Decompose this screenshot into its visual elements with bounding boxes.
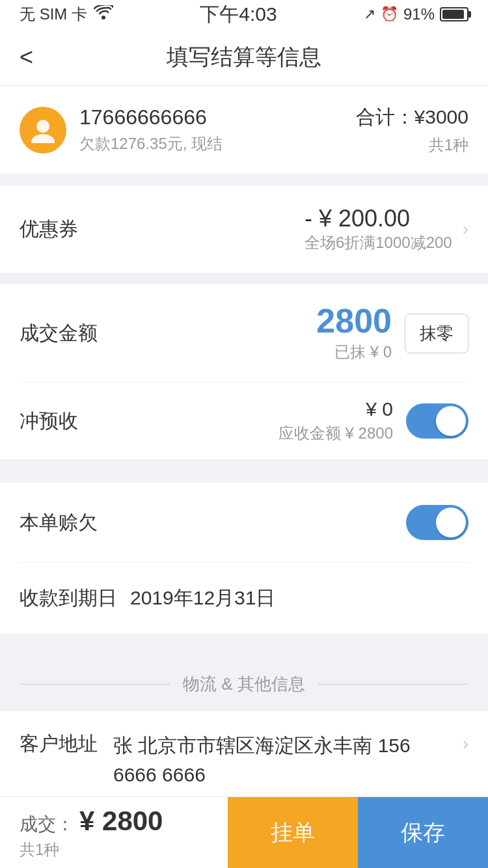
back-button[interactable]: <: [20, 37, 40, 77]
deal-right: 2800 已抹 ¥ 0 抹零: [316, 304, 468, 362]
carrier-label: 无 SIM 卡: [20, 4, 87, 25]
prepayment-toggle[interactable]: [406, 403, 468, 439]
avatar: [20, 107, 66, 154]
prepayment-receivable: 应收金额 ¥ 2800: [278, 423, 393, 444]
divider-line-left: [20, 684, 170, 685]
due-date-value: 2019年12月31日: [130, 585, 275, 612]
address-section: 客户地址 张 北京市市辖区海淀区永丰南 156 6666 6666 ›: [0, 711, 488, 809]
alarm-icon: ⏰: [381, 6, 398, 23]
footer-deal: 成交： ¥ 2800: [20, 806, 208, 837]
svg-point-2: [31, 134, 55, 143]
footer-deal-amount: ¥ 2800: [79, 806, 163, 837]
prepayment-amount: ¥ 0: [278, 398, 393, 420]
svg-point-0: [102, 16, 105, 20]
footer-count: 共1种: [20, 839, 208, 860]
logistics-label: 物流 & 其他信息: [183, 673, 305, 696]
customer-info: 17666666666 欠款1276.35元, 现结: [79, 105, 223, 154]
coupon-section: 优惠券 - ¥ 200.00 全场6折满1000减200 ›: [0, 185, 488, 273]
battery-icon: [440, 7, 468, 21]
address-row[interactable]: 客户地址 张 北京市市辖区海淀区永丰南 156 6666 6666 ›: [20, 711, 468, 809]
total-label: 合计：: [356, 106, 414, 128]
divider-1: [0, 273, 488, 284]
chevron-right-icon: ›: [463, 219, 468, 239]
coupon-row[interactable]: 优惠券 - ¥ 200.00 全场6折满1000减200 ›: [20, 185, 468, 273]
total-value: ¥3000: [414, 106, 468, 128]
divider-line-right: [318, 684, 468, 685]
wifi-icon: [94, 5, 113, 23]
address-label: 客户地址: [20, 731, 98, 757]
customer-debt: 欠款1276.35元, 现结: [79, 133, 223, 154]
total-count: 共1种: [356, 135, 468, 156]
prepayment-row: 冲预收 ¥ 0 应收金额 ¥ 2800: [20, 382, 468, 459]
prepayment-right: ¥ 0 应收金额 ¥ 2800: [278, 398, 468, 444]
deal-amount-value: 2800: [316, 304, 392, 338]
footer: 成交： ¥ 2800 共1种 挂单 保存: [0, 796, 488, 868]
round-zero-button[interactable]: 抹零: [405, 314, 468, 353]
credit-label: 本单赊欠: [20, 509, 98, 536]
battery-label: 91%: [403, 5, 435, 23]
deal-amount-row: 成交金额 2800 已抹 ¥ 0 抹零: [20, 284, 468, 382]
address-chevron-icon: ›: [463, 733, 468, 754]
address-content: 张 北京市市辖区海淀区永丰南 156 6666 6666: [113, 731, 456, 789]
page-title: 填写结算等信息: [167, 42, 321, 72]
coupon-desc: 全场6折满1000减200: [305, 232, 452, 253]
status-left: 无 SIM 卡: [20, 4, 113, 25]
status-bar: 无 SIM 卡 下午4:03 ↗ ⏰ 91%: [0, 0, 488, 29]
location-icon: ↗: [364, 6, 375, 23]
credit-toggle[interactable]: [406, 505, 468, 540]
credit-section: 本单赊欠 收款到期日 2019年12月31日: [0, 483, 488, 634]
credit-toggle-knob: [436, 508, 466, 537]
due-date-row: 收款到期日 2019年12月31日: [20, 562, 468, 634]
prepayment-amount-block: ¥ 0 应收金额 ¥ 2800: [278, 398, 393, 444]
coupon-label: 优惠券: [20, 216, 78, 243]
header: < 填写结算等信息: [0, 29, 488, 86]
customer-left: 17666666666 欠款1276.35元, 现结: [20, 105, 223, 154]
deal-rounded-label: 已抹 ¥ 0: [316, 342, 392, 362]
customer-phone: 17666666666: [79, 105, 223, 129]
total-amount: 合计：¥3000: [356, 104, 468, 131]
prepayment-label: 冲预收: [20, 408, 78, 435]
divider-2: [0, 471, 488, 483]
divider-3: [0, 645, 488, 657]
time-label: 下午4:03: [200, 1, 277, 28]
svg-point-1: [36, 120, 49, 133]
deal-section: 成交金额 2800 已抹 ¥ 0 抹零 冲预收 ¥ 0 应收金额 ¥ 2800: [0, 284, 488, 459]
footer-deal-label: 成交：: [20, 812, 74, 837]
customer-card: 17666666666 欠款1276.35元, 现结 合计：¥3000 共1种: [0, 86, 488, 174]
credit-row: 本单赊欠: [20, 483, 468, 562]
toggle-knob: [436, 406, 466, 436]
customer-right: 合计：¥3000 共1种: [356, 104, 468, 156]
coupon-right: - ¥ 200.00 全场6折满1000减200 ›: [305, 205, 468, 253]
footer-info: 成交： ¥ 2800 共1种: [0, 806, 228, 860]
logistics-divider: 物流 & 其他信息: [0, 657, 488, 711]
save-button[interactable]: 保存: [358, 797, 488, 869]
hang-button[interactable]: 挂单: [228, 797, 358, 869]
status-right: ↗ ⏰ 91%: [364, 5, 468, 23]
due-label: 收款到期日: [20, 585, 117, 612]
coupon-amount: - ¥ 200.00: [305, 205, 452, 232]
deal-label: 成交金额: [20, 320, 98, 347]
